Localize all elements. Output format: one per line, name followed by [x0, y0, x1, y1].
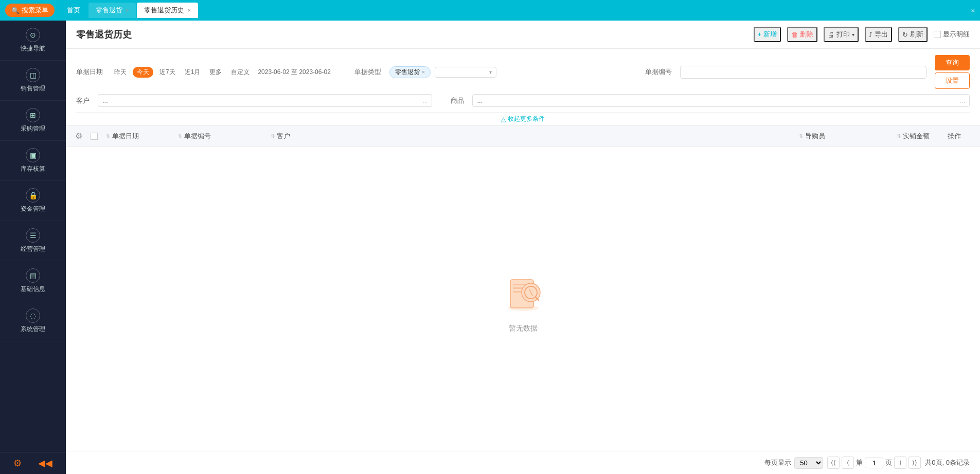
sidebar-item-inventory-label: 库存核算: [21, 165, 45, 173]
delete-btn[interactable]: 🗑 删除: [787, 27, 817, 42]
tab-home-label: 首页: [67, 6, 80, 15]
customer-dots: ...: [422, 97, 427, 104]
doc-num-input[interactable]: [680, 66, 926, 79]
th-customer[interactable]: ⇅ 客户: [266, 132, 795, 141]
goods-label: 商品: [451, 96, 464, 105]
prev-page-btn[interactable]: ⟨: [842, 457, 854, 469]
search-menu-label: 搜索菜单: [22, 6, 48, 15]
collapse-btn[interactable]: △ 收起更多条件: [76, 112, 970, 125]
doc-num-field[interactable]: [685, 68, 922, 76]
export-label: 导出: [875, 30, 888, 39]
sort-num-icon: ⇅: [178, 133, 182, 139]
th-guide-label: 导购员: [805, 132, 825, 141]
doc-type-dropdown[interactable]: ▾: [435, 67, 496, 78]
tab-home[interactable]: 首页: [60, 3, 87, 18]
header-actions: + 新增 🗑 删除 🖨 打印 ▾ ⤴ 导出 ↻ 刷新: [754, 27, 970, 42]
main-layout: ⊙ 快捷导航 ◫ 销售管理 ⊞ 采购管理 ▣ 库存核算 🔒 资金管理 ☰ 经营管…: [0, 21, 980, 474]
next-page-btn[interactable]: ⟩: [894, 457, 906, 469]
customer-field[interactable]: [102, 97, 422, 104]
sidebar-item-sys-mgmt[interactable]: ◌ 系统管理: [0, 301, 66, 341]
content-area: 零售退货历史 + 新增 🗑 删除 🖨 打印 ▾ ⤴ 导出 ↻: [66, 21, 980, 474]
date-btn-yesterday[interactable]: 昨天: [111, 67, 130, 78]
settings-bottom-icon[interactable]: ⚙: [13, 458, 22, 469]
tab-retail-return-history-close[interactable]: ×: [187, 7, 190, 13]
sidebar-item-inventory[interactable]: ▣ 库存核算: [0, 141, 66, 181]
page-size-label: 每页显示: [764, 458, 791, 467]
sidebar-item-sys-mgmt-label: 系统管理: [21, 325, 45, 334]
th-guide[interactable]: ⇅ 导购员: [795, 132, 872, 141]
date-btn-7days[interactable]: 近7天: [156, 67, 179, 78]
page-header: 零售退货历史 + 新增 🗑 删除 🖨 打印 ▾ ⤴ 导出 ↻: [66, 21, 980, 49]
column-settings-btn[interactable]: ⚙: [71, 131, 86, 141]
sidebar-item-purchase-mgmt[interactable]: ⊞ 采购管理: [0, 101, 66, 141]
th-date-label: 单据日期: [112, 132, 139, 141]
header-checkbox[interactable]: [91, 133, 98, 140]
last-page-btn[interactable]: ⟩⟩: [908, 457, 921, 469]
query-btn[interactable]: 查询: [935, 55, 970, 70]
date-btn-custom[interactable]: 自定义: [228, 67, 253, 78]
date-btn-1month[interactable]: 近1月: [182, 67, 204, 78]
tab-retail-return-close[interactable]: ×: [126, 7, 129, 13]
date-btn-more[interactable]: 更多: [206, 67, 225, 78]
th-customer-label: 客户: [277, 132, 290, 141]
export-btn[interactable]: ⤴ 导出: [865, 27, 892, 42]
filter-area: 单据日期 昨天 今天 近7天 近1月 更多 自定义 2023-06-02 至 2…: [66, 49, 980, 126]
total-info: 共0页, 0条记录: [925, 458, 970, 467]
inventory-icon: ▣: [26, 148, 40, 162]
collapse-icon: △: [501, 116, 506, 123]
page-num-input[interactable]: [865, 458, 883, 468]
date-btn-today[interactable]: 今天: [133, 67, 153, 78]
select-all-checkbox[interactable]: [86, 133, 102, 140]
doc-type-tag-value: 零售退货: [395, 68, 420, 77]
print-label: 打印: [836, 30, 850, 39]
customer-input[interactable]: ...: [98, 94, 432, 107]
refresh-btn[interactable]: ↻ 刷新: [898, 27, 928, 42]
set-btn[interactable]: 设置: [935, 72, 970, 89]
th-amount[interactable]: ⇅ 实销金额: [872, 132, 934, 141]
doc-type-tag: 零售退货 ×: [389, 66, 431, 78]
sidebar-bottom: ⚙ ◀◀: [0, 452, 66, 474]
audio-bottom-icon[interactable]: ◀◀: [38, 458, 52, 469]
show-detail-checkbox[interactable]: [934, 31, 941, 38]
first-page-btn[interactable]: ⟨⟨: [827, 457, 840, 469]
delete-icon: 🗑: [791, 31, 798, 39]
query-set-group: 查询 设置: [935, 55, 970, 89]
page-size-group: 每页显示 20 50 100: [764, 457, 823, 469]
date-range-text: 2023-06-02 至 2023-06-02: [258, 68, 330, 77]
sidebar-item-finance-label: 资金管理: [21, 205, 45, 213]
goods-field[interactable]: [477, 97, 960, 104]
sidebar-item-finance[interactable]: 🔒 资金管理: [0, 181, 66, 221]
sidebar-item-sales-mgmt[interactable]: ◫ 销售管理: [0, 61, 66, 101]
tab-retail-return-history[interactable]: 零售退货历史 ×: [137, 3, 198, 18]
top-bar: 🔍 搜索菜单 首页 零售退货 × 零售退货历史 × ×: [0, 0, 980, 21]
page-size-select[interactable]: 20 50 100: [794, 457, 823, 469]
sort-amount-icon: ⇅: [897, 133, 901, 139]
sidebar-item-basic-info[interactable]: ▤ 基础信息: [0, 261, 66, 301]
th-num[interactable]: ⇅ 单据编号: [174, 132, 266, 141]
empty-text: 暂无数据: [509, 324, 538, 333]
page-unit: 页: [885, 458, 892, 467]
tab-retail-return[interactable]: 零售退货 ×: [88, 3, 136, 18]
pagination: 每页显示 20 50 100 ⟨⟨ ⟨ 第 页 ⟩ ⟩⟩ 共0页, 0条: [66, 451, 980, 474]
empty-state: 暂无数据: [66, 147, 980, 451]
print-icon: 🖨: [828, 31, 834, 39]
search-menu-btn[interactable]: 🔍 搜索菜单: [5, 4, 55, 17]
filter-row-2: 客户 ... 商品 ...: [76, 94, 970, 107]
window-close-btn[interactable]: ×: [971, 7, 975, 14]
sidebar-item-quick-nav[interactable]: ⊙ 快捷导航: [0, 21, 66, 61]
show-detail-group: 显示明细: [934, 30, 970, 39]
export-icon: ⤴: [869, 31, 872, 39]
doc-type-tag-close[interactable]: ×: [422, 69, 425, 75]
doc-num-label: 单据编号: [645, 67, 672, 77]
doc-type-chevron-icon: ▾: [489, 69, 492, 75]
goods-input[interactable]: ...: [472, 94, 970, 107]
customer-label: 客户: [76, 96, 90, 105]
purchase-mgmt-icon: ⊞: [26, 108, 40, 122]
print-btn[interactable]: 🖨 打印 ▾: [824, 27, 859, 42]
th-date[interactable]: ⇅ 单据日期: [102, 132, 174, 141]
sidebar-item-basic-info-label: 基础信息: [21, 285, 45, 294]
new-btn[interactable]: + 新增: [754, 27, 781, 42]
sidebar-item-ops-mgmt[interactable]: ☰ 经营管理: [0, 221, 66, 261]
filter-row-1: 单据日期 昨天 今天 近7天 近1月 更多 自定义 2023-06-02 至 2…: [76, 55, 970, 89]
sales-mgmt-icon: ◫: [26, 68, 40, 82]
